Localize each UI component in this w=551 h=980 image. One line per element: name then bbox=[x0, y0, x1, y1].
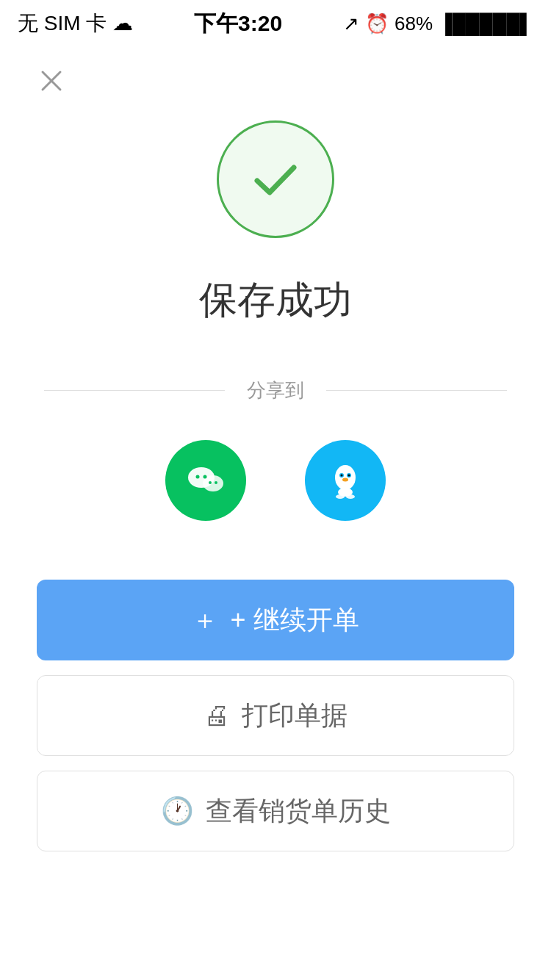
status-left: 无 SIM 卡 ☁ bbox=[18, 10, 133, 37]
share-icons bbox=[165, 440, 386, 521]
qq-share-button[interactable] bbox=[305, 440, 386, 521]
svg-point-4 bbox=[196, 475, 200, 479]
svg-point-10 bbox=[336, 494, 345, 499]
svg-point-16 bbox=[342, 478, 348, 482]
success-circle bbox=[217, 120, 334, 238]
print-icon: 🖨 bbox=[204, 702, 230, 729]
continue-icon: ＋ bbox=[192, 607, 218, 633]
checkmark-icon bbox=[246, 150, 305, 209]
continue-label: + 继续开单 bbox=[230, 602, 359, 638]
sim-status: 无 SIM 卡 ☁ bbox=[18, 10, 133, 37]
svg-point-8 bbox=[335, 465, 356, 490]
status-right: ↗ ⏰ 68% ▐█████▌ bbox=[343, 12, 533, 35]
action-buttons: ＋ + 继续开单 🖨 打印单据 🕐 查看销货单历史 bbox=[37, 580, 514, 851]
status-time: 下午3:20 bbox=[194, 9, 282, 39]
success-title: 保存成功 bbox=[199, 275, 352, 326]
wechat-share-button[interactable] bbox=[165, 440, 246, 521]
divider-line-right bbox=[326, 390, 507, 391]
close-button[interactable] bbox=[29, 59, 73, 103]
battery-level: 68% bbox=[395, 12, 433, 35]
share-label: 分享到 bbox=[225, 378, 326, 403]
print-button[interactable]: 🖨 打印单据 bbox=[37, 675, 514, 756]
history-label: 查看销货单历史 bbox=[206, 793, 391, 829]
location-icon: ↗ bbox=[343, 12, 359, 35]
main-content: 保存成功 分享到 bbox=[0, 47, 551, 851]
svg-point-15 bbox=[348, 475, 350, 477]
history-button[interactable]: 🕐 查看销货单历史 bbox=[37, 771, 514, 851]
battery-icon: ▐█████▌ bbox=[439, 12, 533, 35]
svg-point-5 bbox=[204, 475, 207, 479]
wechat-icon bbox=[182, 457, 229, 504]
status-bar: 无 SIM 卡 ☁ 下午3:20 ↗ ⏰ 68% ▐█████▌ bbox=[0, 0, 551, 47]
history-icon: 🕐 bbox=[161, 798, 194, 824]
svg-point-14 bbox=[341, 475, 343, 477]
continue-button[interactable]: ＋ + 继续开单 bbox=[37, 580, 514, 660]
svg-point-11 bbox=[346, 494, 355, 499]
divider-line-left bbox=[44, 390, 225, 391]
qq-icon bbox=[322, 457, 369, 504]
svg-point-7 bbox=[215, 481, 217, 484]
print-label: 打印单据 bbox=[242, 698, 347, 734]
alarm-icon: ⏰ bbox=[365, 12, 389, 35]
svg-point-6 bbox=[209, 481, 212, 484]
share-divider: 分享到 bbox=[0, 378, 551, 403]
